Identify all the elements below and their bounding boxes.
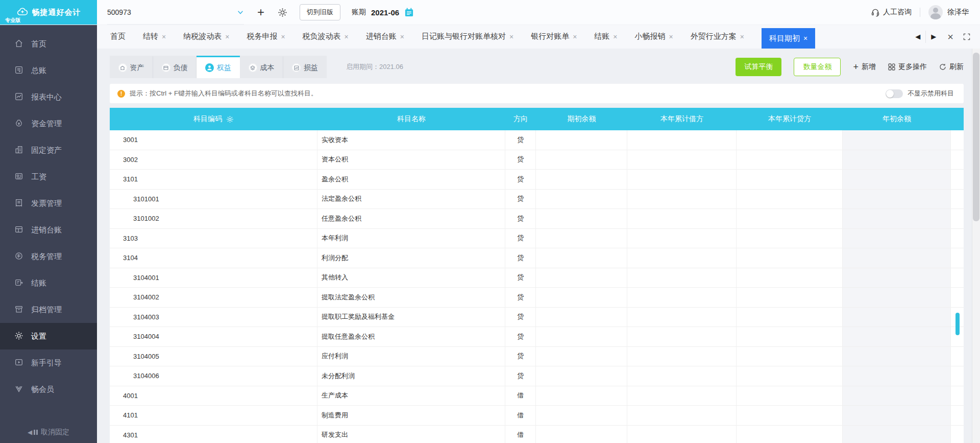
payroll-icon [14, 172, 23, 182]
invoice-icon [14, 198, 23, 209]
table-row[interactable]: 3104001其他转入贷 [110, 268, 964, 288]
warning-icon: ! [117, 90, 125, 98]
plus-icon: + [853, 62, 859, 73]
column-header-direction: 方向 [505, 108, 536, 130]
sidebar-item-report-center[interactable]: 报表中心 [0, 84, 97, 110]
divider [920, 8, 920, 17]
switch-old-version-button[interactable]: 切到旧版 [300, 4, 340, 20]
sidebar-item-home[interactable]: 首页 [0, 31, 97, 57]
close-icon[interactable]: × [509, 33, 513, 40]
close-all-tabs-button[interactable]: × [941, 32, 960, 42]
tab-tax-fluctuation[interactable]: 纳税波动表× [183, 25, 229, 49]
fullscreen-icon[interactable] [960, 33, 974, 41]
avatar[interactable] [928, 5, 943, 19]
tab-account-opening-balance[interactable]: 科目期初× [762, 28, 815, 49]
edition-label: 专业版 [5, 17, 20, 24]
scroll-tabs-right-button[interactable]: ▶ [926, 31, 941, 43]
tab-closing[interactable]: 结账× [594, 25, 617, 49]
column-settings-gear-icon[interactable] [226, 115, 234, 123]
brand-name: 畅捷通好会计 [32, 8, 81, 17]
account-select[interactable]: 500973 [107, 1, 244, 25]
tab-carryover[interactable]: 结转× [143, 25, 166, 49]
subtab-costs[interactable]: 成本 [240, 56, 283, 78]
close-icon[interactable]: × [613, 33, 617, 40]
tab-purchase-sales[interactable]: 进销台账× [366, 25, 404, 49]
sidebar-item-settings[interactable]: 设置 [0, 323, 97, 349]
sidebar-item-beginner-guide[interactable]: 新手引导 [0, 349, 97, 376]
tab-journal-bank-check[interactable]: 日记账与银行对账单核对× [422, 25, 513, 49]
close-icon[interactable]: × [281, 33, 285, 40]
hide-disabled-accounts-toggle[interactable] [886, 89, 903, 98]
sidebar-item-payroll[interactable]: 工资 [0, 164, 97, 190]
category-tab-row: 资产 负债 权益 成本 损益 启用期间：2021.06 [110, 55, 964, 79]
table-row[interactable]: 3103本年利润贷 [110, 229, 964, 249]
table-row[interactable]: 4301研发支出借 [110, 426, 964, 443]
tab-home[interactable]: 首页 [110, 25, 126, 49]
close-icon[interactable]: × [225, 33, 229, 40]
close-icon[interactable]: × [740, 33, 744, 40]
page-scrollbar[interactable] [972, 49, 980, 443]
more-operations-button[interactable]: 更多操作 [888, 62, 927, 72]
sidebar-item-fund-management[interactable]: 资金管理 [0, 110, 97, 137]
close-icon[interactable]: × [345, 33, 349, 40]
tab-bank-statement[interactable]: 银行对账单× [531, 25, 577, 49]
scroll-tabs-left-button[interactable]: ◀ [910, 31, 926, 43]
column-header-name: 科目名称 [317, 108, 505, 130]
calendar-icon[interactable] [404, 8, 414, 17]
column-header-code[interactable]: 科目编码 [110, 108, 317, 130]
open-tabs-bar: 首页 结转× 纳税波动表× 税务申报× 税负波动表× 进销台账× 日记账与银行对… [97, 25, 980, 49]
tab-expense[interactable]: 小畅报销× [635, 25, 673, 49]
sidebar-item-tax-management[interactable]: 税务管理 [0, 243, 97, 270]
sidebar-item-invoice-management[interactable]: 发票管理 [0, 190, 97, 217]
username[interactable]: 徐泽华 [947, 8, 969, 17]
sidebar-item-purchase-sales-ledger[interactable]: 进销台账 [0, 217, 97, 243]
play-guide-icon [14, 358, 23, 368]
support-link[interactable]: 人工咨询 [871, 8, 912, 17]
sidebar-item-general-ledger[interactable]: 总账 [0, 57, 97, 84]
quantity-amount-button[interactable]: 数量金额 [794, 58, 841, 76]
sidebar-item-fixed-assets[interactable]: 固定资产 [0, 137, 97, 164]
subtab-profit-loss[interactable]: 损益 [283, 56, 327, 78]
subtab-assets[interactable]: 资产 [110, 56, 153, 78]
refresh-button[interactable]: 刷新 [939, 62, 964, 72]
table-row[interactable]: 4001生产成本借 [110, 386, 964, 406]
table-row[interactable]: 3104005应付利润贷 [110, 347, 964, 367]
trial-balance-button[interactable]: 试算平衡 [736, 58, 781, 76]
table-row[interactable]: 3101盈余公积贷 [110, 170, 964, 190]
unpin-sidebar-button[interactable]: ◀ 取消固定 [0, 428, 97, 437]
sidebar-item-archive-management[interactable]: 归档管理 [0, 296, 97, 323]
subtab-equity[interactable]: 权益 [197, 56, 240, 78]
settings-gear-button[interactable] [278, 8, 287, 17]
close-icon[interactable]: × [400, 33, 404, 40]
add-account-row-button[interactable]: + 新增 [853, 62, 876, 73]
table-row[interactable]: 3104003提取职工奖励及福利基金贷 [110, 308, 964, 328]
table-row[interactable]: 3101001法定盈余公积贷 [110, 190, 964, 209]
sidebar-item-closing[interactable]: 结账 [0, 270, 97, 296]
table-row[interactable]: 3104002提取法定盈余公积贷 [110, 288, 964, 308]
close-icon[interactable]: × [803, 35, 807, 42]
tab-tax-burden[interactable]: 税负波动表× [303, 25, 349, 49]
table-row[interactable]: 3001实收资本贷 [110, 130, 964, 150]
subtab-liabilities[interactable]: 负债 [153, 56, 197, 78]
sidebar-item-membership[interactable]: 畅会员 [0, 376, 97, 403]
table-row[interactable]: 3104利润分配贷 [110, 248, 964, 268]
refresh-icon [939, 63, 946, 71]
table-row[interactable]: 3002资本公积贷 [110, 150, 964, 170]
tab-foreign-trade[interactable]: 外贸行业方案× [691, 25, 744, 49]
report-chart-icon [14, 92, 23, 103]
close-icon[interactable]: × [669, 33, 673, 40]
pin-bars-icon [34, 430, 38, 435]
table-row[interactable]: 3104006未分配利润贷 [110, 366, 964, 386]
close-icon[interactable]: × [162, 33, 166, 40]
period-value[interactable]: 2021-06 [371, 8, 399, 17]
table-row[interactable]: 3104004提取任意盈余公积贷 [110, 327, 964, 347]
money-bag-icon [14, 119, 23, 129]
table-row[interactable]: 4101制造费用借 [110, 406, 964, 426]
assets-icon [118, 63, 127, 72]
add-account-button[interactable]: + [257, 6, 264, 18]
table-scrollbar-thumb[interactable] [955, 313, 960, 335]
table-row[interactable]: 3101002任意盈余公积贷 [110, 209, 964, 229]
tab-tax-filing[interactable]: 税务申报× [247, 25, 285, 49]
page-scrollbar-thumb[interactable] [973, 53, 979, 221]
close-icon[interactable]: × [573, 33, 577, 40]
